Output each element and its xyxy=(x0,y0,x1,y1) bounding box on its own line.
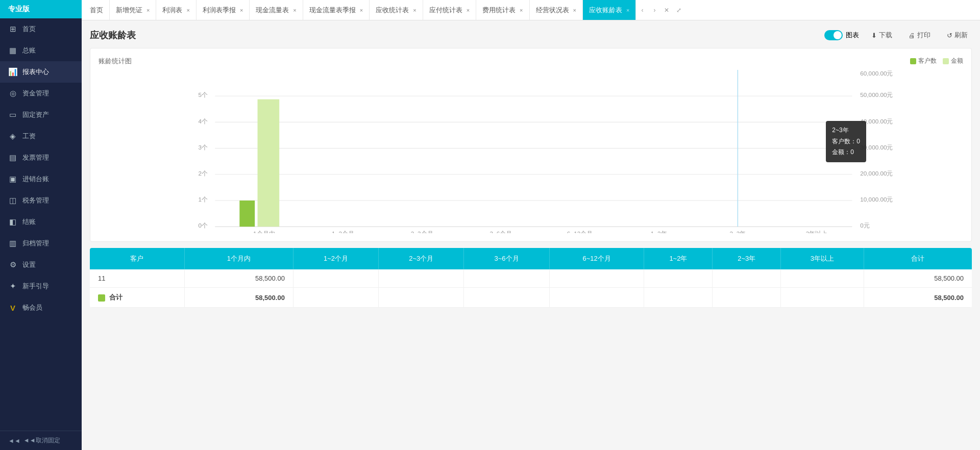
sidebar-item-member[interactable]: V 畅会员 xyxy=(0,297,82,318)
assets-icon: ▭ xyxy=(8,110,17,119)
aging-table: 客户 1个月内 1~2个月 2~3个月 3~6个月 6~12个月 1~2年 2~… xyxy=(90,248,972,308)
tab-operation-stats-close[interactable]: × xyxy=(573,7,576,13)
tab-ar-aging-label: 应收账龄表 xyxy=(589,6,622,15)
tab-profit[interactable]: 利润表 × xyxy=(156,0,196,20)
tab-voucher-close[interactable]: × xyxy=(146,7,150,13)
sidebar-item-closing[interactable]: ◧ 结账 xyxy=(0,211,82,233)
tab-prev-button[interactable]: ‹ xyxy=(636,0,648,20)
print-label: 打印 xyxy=(917,31,930,40)
cell-summary-m1: 58,500.00 xyxy=(184,288,293,308)
download-button[interactable]: ⬇ 下载 xyxy=(867,29,896,42)
sidebar-item-label: 畅会员 xyxy=(22,303,42,312)
refresh-button[interactable]: ↺ 刷新 xyxy=(943,29,972,42)
tab-expense-stats-close[interactable]: × xyxy=(520,7,523,13)
tab-ar-aging[interactable]: 应收账龄表 × xyxy=(583,0,636,20)
col-header-customer: 客户 xyxy=(90,248,184,269)
tab-profit-close[interactable]: × xyxy=(186,7,189,13)
tab-close-all-button[interactable]: ✕ xyxy=(660,0,673,20)
chart-toggle[interactable]: 图表 xyxy=(824,30,859,40)
sidebar-item-label: 首页 xyxy=(22,24,36,34)
tab-cashflow-quarterly-close[interactable]: × xyxy=(360,7,363,13)
sidebar-item-invoice[interactable]: ▤ 发票管理 xyxy=(0,147,82,168)
sidebar-item-guide[interactable]: ✦ 新手引导 xyxy=(0,276,82,297)
tab-home[interactable]: 首页 xyxy=(84,0,110,20)
col-header-m1: 1个月内 xyxy=(184,248,293,269)
svg-text:50,000.00元: 50,000.00元 xyxy=(860,91,893,98)
unpin-sidebar-button[interactable]: ◄◄ ◄◄取消固定 xyxy=(0,431,82,450)
svg-text:0元: 0元 xyxy=(860,222,870,229)
tab-expense-stats[interactable]: 费用统计表 × xyxy=(476,0,529,20)
tab-expand-button[interactable]: ⤢ xyxy=(673,0,685,20)
print-icon: 🖨 xyxy=(909,32,915,39)
unpin-icon: ◄◄ xyxy=(8,437,20,444)
sidebar-item-inventory[interactable]: ▣ 进销台账 xyxy=(0,168,82,190)
tab-ar-stats-close[interactable]: × xyxy=(413,7,416,13)
tab-ar-stats-label: 应收统计表 xyxy=(376,6,409,15)
tab-profit-quarterly-close[interactable]: × xyxy=(240,7,243,13)
svg-text:1个: 1个 xyxy=(199,196,208,203)
sidebar-item-home[interactable]: ⊞ 首页 xyxy=(0,18,82,40)
print-button[interactable]: 🖨 打印 xyxy=(904,29,935,42)
summary-label: 合计 xyxy=(109,293,122,301)
app-logo: 专业版 xyxy=(0,0,82,18)
download-label: 下载 xyxy=(879,31,892,40)
tab-ar-stats[interactable]: 应收统计表 × xyxy=(370,0,423,20)
tab-bar: 首页 新增凭证 × 利润表 × 利润表季报 × 现金流量表 × 现金流量表季报 … xyxy=(82,0,980,20)
sidebar-item-settings[interactable]: ⚙ 设置 xyxy=(0,254,82,276)
col-header-y3: 3年以上 xyxy=(781,248,864,269)
tab-ap-stats[interactable]: 应付统计表 × xyxy=(423,0,476,20)
closing-icon: ◧ xyxy=(8,217,17,227)
tab-profit-quarterly[interactable]: 利润表季报 × xyxy=(197,0,250,20)
toggle-track[interactable] xyxy=(824,30,843,40)
cell-m1: 58,500.00 xyxy=(184,269,293,288)
sidebar-item-archive[interactable]: ▥ 归档管理 xyxy=(0,233,82,254)
salary-icon: ◈ xyxy=(8,132,17,141)
refresh-icon: ↺ xyxy=(947,32,952,39)
chart-title: 账龄统计图 xyxy=(99,57,963,66)
tab-operation-stats-label: 经营状况表 xyxy=(536,6,569,15)
page-content: 应收账龄表 图表 ⬇ 下载 🖨 打印 ↺ 刷新 xyxy=(82,20,980,450)
tab-operation-stats[interactable]: 经营状况表 × xyxy=(530,0,583,20)
home-icon: ⊞ xyxy=(8,24,17,34)
ledger-icon: ▦ xyxy=(8,46,17,55)
svg-text:3年以上: 3年以上 xyxy=(806,230,828,233)
cell-summary-y3plus xyxy=(781,288,864,308)
cell-customer: 11 xyxy=(90,269,184,288)
cell-summary-m6 xyxy=(464,288,549,308)
cell-summary-label: 合计 xyxy=(90,288,184,308)
sidebar-item-funds[interactable]: ◎ 资金管理 xyxy=(0,83,82,104)
settings-icon: ⚙ xyxy=(8,260,17,269)
tab-cashflow[interactable]: 现金流量表 × xyxy=(250,0,303,20)
sidebar-item-tax[interactable]: ◫ 税务管理 xyxy=(0,190,82,211)
sidebar: 专业版 ⊞ 首页 ▦ 总账 📊 报表中心 ◎ 资金管理 ▭ 固定资产 ◈ 工资 … xyxy=(0,0,82,450)
svg-text:2~3个月: 2~3个月 xyxy=(411,230,433,233)
total-icon xyxy=(98,294,105,302)
cell-summary-y2 xyxy=(713,288,781,308)
tab-ap-stats-label: 应付统计表 xyxy=(429,6,462,15)
member-icon: V xyxy=(8,304,17,312)
sidebar-item-salary[interactable]: ◈ 工资 xyxy=(0,126,82,147)
tab-cashflow-quarterly[interactable]: 现金流量表季报 × xyxy=(303,0,370,20)
tab-ar-aging-close[interactable]: × xyxy=(626,7,629,13)
sidebar-item-assets[interactable]: ▭ 固定资产 xyxy=(0,104,82,126)
tab-cashflow-label: 现金流量表 xyxy=(256,6,289,15)
legend-amount: 金额 xyxy=(943,57,963,65)
chart-legend: 客户数 金额 xyxy=(910,57,963,65)
page-actions: 图表 ⬇ 下载 🖨 打印 ↺ 刷新 xyxy=(824,29,972,42)
tab-cashflow-close[interactable]: × xyxy=(293,7,296,13)
reports-icon: 📊 xyxy=(8,67,17,77)
tab-voucher[interactable]: 新增凭证 × xyxy=(110,0,156,20)
svg-text:1~2个月: 1~2个月 xyxy=(332,230,354,233)
legend-customer: 客户数 xyxy=(910,57,937,65)
legend-amount-label: 金额 xyxy=(951,57,963,65)
bar-amount-m1 xyxy=(258,99,280,227)
table-row: 11 58,500.00 58,500.00 xyxy=(90,269,972,288)
tab-next-button[interactable]: › xyxy=(648,0,660,20)
sidebar-item-reports[interactable]: 📊 报表中心 xyxy=(0,61,82,83)
chart-svg: 0个 1个 2个 3个 4个 5个 0元 10,000.00元 20,000.0… xyxy=(99,70,963,233)
sidebar-item-ledger[interactable]: ▦ 总账 xyxy=(0,40,82,61)
tab-ap-stats-close[interactable]: × xyxy=(467,7,470,13)
cell-y1 xyxy=(644,269,713,288)
svg-text:2~3年: 2~3年 xyxy=(729,230,746,233)
tax-icon: ◫ xyxy=(8,196,17,205)
